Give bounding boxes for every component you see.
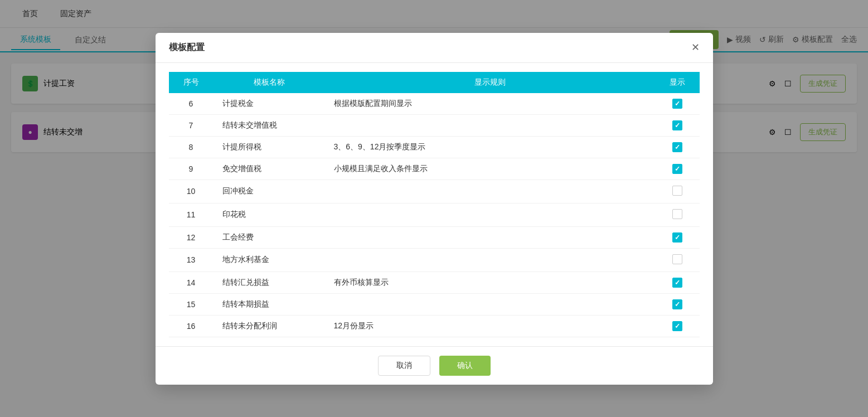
cell-seq: 6 [169, 93, 214, 115]
table-body: 6计提税金根据模版配置期间显示7结转未交增值税8计提所得税3、6、9、12月按季… [169, 93, 700, 337]
table-row: 11印花税 [169, 203, 700, 226]
cell-display [655, 114, 700, 136]
checkbox-row-0[interactable] [672, 99, 682, 109]
table-row: 7结转未交增值税 [169, 114, 700, 136]
checkbox-row-3[interactable] [672, 164, 682, 174]
modal-close-button[interactable]: ✕ [691, 42, 700, 52]
checkbox-row-7[interactable] [672, 254, 682, 264]
table-row: 15结转本期损益 [169, 293, 700, 315]
cancel-button[interactable]: 取消 [378, 356, 430, 376]
modal-body: 序号 模板名称 显示规则 显示 6计提税金根据模版配置期间显示7结转未交增值税8… [156, 63, 713, 346]
checkbox-row-1[interactable] [672, 120, 682, 130]
table-row: 8计提所得税3、6、9、12月按季度显示 [169, 136, 700, 158]
cell-rule: 小规模且满足收入条件显示 [325, 158, 655, 180]
cell-display [655, 158, 700, 180]
cell-rule [325, 180, 655, 203]
cell-seq: 11 [169, 203, 214, 226]
cell-seq: 8 [169, 136, 214, 158]
cell-seq: 15 [169, 293, 214, 315]
cell-name: 结转汇兑损益 [214, 271, 325, 293]
cell-seq: 10 [169, 180, 214, 203]
table-row: 12工会经费 [169, 226, 700, 248]
cell-seq: 9 [169, 158, 214, 180]
cell-name: 计提税金 [214, 93, 325, 115]
cell-display [655, 226, 700, 248]
table-row: 16结转未分配利润12月份显示 [169, 315, 700, 337]
checkbox-row-10[interactable] [672, 321, 682, 331]
cell-rule: 有外币核算显示 [325, 271, 655, 293]
table-row: 14结转汇兑损益有外币核算显示 [169, 271, 700, 293]
cell-name: 结转未交增值税 [214, 114, 325, 136]
checkbox-row-4[interactable] [672, 186, 682, 196]
cell-rule [325, 203, 655, 226]
th-name: 模板名称 [214, 72, 325, 93]
cell-name: 地方水利基金 [214, 248, 325, 271]
table-header: 序号 模板名称 显示规则 显示 [169, 72, 700, 93]
cell-name: 计提所得税 [214, 136, 325, 158]
modal-header: 模板配置 ✕ [156, 33, 713, 63]
table-row: 10回冲税金 [169, 180, 700, 203]
checkbox-row-5[interactable] [672, 209, 682, 219]
cell-display [655, 136, 700, 158]
cell-seq: 16 [169, 315, 214, 337]
cell-seq: 13 [169, 248, 214, 271]
th-display: 显示 [655, 72, 700, 93]
cell-rule [325, 226, 655, 248]
cell-rule: 根据模版配置期间显示 [325, 93, 655, 115]
modal-footer: 取消 确认 [156, 346, 713, 385]
table-row: 6计提税金根据模版配置期间显示 [169, 93, 700, 115]
cell-rule: 12月份显示 [325, 315, 655, 337]
checkbox-row-9[interactable] [672, 299, 682, 309]
modal-template-config: 模板配置 ✕ 序号 模板名称 显示规则 显示 6计提税金根据模版配置期间显 [156, 33, 713, 385]
modal-scroll[interactable]: 序号 模板名称 显示规则 显示 6计提税金根据模版配置期间显示7结转未交增值税8… [169, 72, 700, 337]
cell-rule [325, 293, 655, 315]
cell-name: 回冲税金 [214, 180, 325, 203]
checkbox-row-8[interactable] [672, 278, 682, 288]
config-table: 序号 模板名称 显示规则 显示 6计提税金根据模版配置期间显示7结转未交增值税8… [169, 72, 700, 337]
cell-name: 免交增值税 [214, 158, 325, 180]
cell-display [655, 271, 700, 293]
confirm-button[interactable]: 确认 [439, 356, 491, 376]
cell-rule [325, 248, 655, 271]
cell-display [655, 248, 700, 271]
cell-display [655, 180, 700, 203]
checkbox-row-2[interactable] [672, 142, 682, 152]
checkbox-row-6[interactable] [672, 232, 682, 243]
cell-display [655, 293, 700, 315]
cell-display [655, 93, 700, 115]
th-rule: 显示规则 [325, 72, 655, 93]
cell-name: 印花税 [214, 203, 325, 226]
modal-overlay: 模板配置 ✕ 序号 模板名称 显示规则 显示 6计提税金根据模版配置期间显 [0, 0, 868, 417]
cell-display [655, 203, 700, 226]
modal-title: 模板配置 [169, 42, 205, 54]
cell-name: 结转未分配利润 [214, 315, 325, 337]
cell-display [655, 315, 700, 337]
cell-seq: 7 [169, 114, 214, 136]
cell-seq: 12 [169, 226, 214, 248]
table-row: 9免交增值税小规模且满足收入条件显示 [169, 158, 700, 180]
cell-rule [325, 114, 655, 136]
cell-rule: 3、6、9、12月按季度显示 [325, 136, 655, 158]
cell-seq: 14 [169, 271, 214, 293]
cell-name: 工会经费 [214, 226, 325, 248]
table-row: 13地方水利基金 [169, 248, 700, 271]
cell-name: 结转本期损益 [214, 293, 325, 315]
th-seq: 序号 [169, 72, 214, 93]
